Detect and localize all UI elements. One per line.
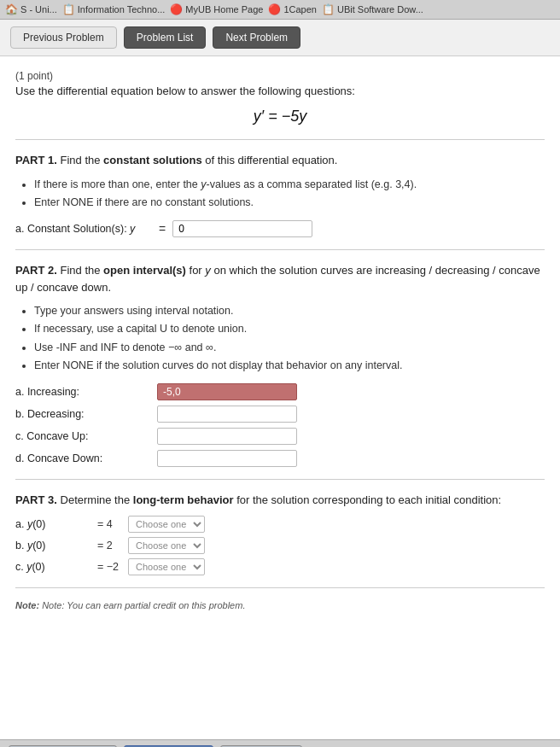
divider-4	[15, 587, 545, 588]
part1-bold: constant solutions	[103, 154, 202, 166]
part3-b-label: b. y(0)	[15, 540, 92, 551]
part3-a-select[interactable]: Choose one	[128, 516, 205, 533]
equation-display: y′ = −5y	[15, 108, 545, 125]
part3-bold: long-term behavior	[133, 493, 234, 506]
part2-concaveup-input[interactable]	[157, 428, 297, 445]
part2-concaveup-row: c. Concave Up:	[15, 428, 545, 445]
part2-bullets: Type your answers using interval notatio…	[15, 302, 545, 375]
equals-sign: =	[159, 222, 166, 236]
tab-info[interactable]: 📋 Information Techno...	[62, 3, 166, 15]
tab-uni[interactable]: 🏠 S - Uni...	[5, 3, 57, 15]
part2-increasing-row: a. Increasing:	[15, 383, 545, 400]
part3-a-label: a. y(0)	[15, 518, 92, 530]
part3-row-b: b. y(0) = 2 Choose one	[15, 537, 545, 554]
part2-concavedown-input[interactable]	[157, 450, 297, 467]
part3-title: PART 3. Determine the long-term behavior…	[15, 492, 545, 509]
uni-icon: 🏠	[5, 3, 18, 15]
part2-title: PART 2. Find the open interval(s) for y …	[15, 262, 545, 295]
part1-title: PART 1. Find the constant solutions of t…	[15, 152, 545, 169]
part1-answer-input[interactable]	[172, 220, 312, 237]
part2-concavedown-row: d. Concave Down:	[15, 450, 545, 467]
note-text: Note: Note: You can earn partial credit …	[15, 600, 545, 610]
next-problem-button[interactable]: Next Problem	[213, 26, 300, 49]
part2-decreasing-input[interactable]	[157, 406, 297, 423]
bullet-item: Enter NONE if there are no constant solu…	[34, 194, 545, 212]
nav-bar: Previous Problem Problem List Next Probl…	[0, 20, 560, 56]
part3-c-label: c. y(0)	[15, 561, 92, 573]
prev-problem-button[interactable]: Previous Problem	[10, 26, 117, 49]
part3-label: PART 3.	[15, 493, 57, 506]
ubit-icon: 📋	[322, 3, 335, 15]
points-label: (1 point)	[15, 70, 545, 82]
part3-b-select[interactable]: Choose one	[128, 537, 205, 554]
bullet-item: If necessary, use a capital U to denote …	[34, 320, 545, 338]
part1-answer-row: a. Constant Solution(s): y =	[15, 220, 545, 237]
tab-1capen[interactable]: 🔴 1Capen	[268, 3, 317, 15]
divider-1	[15, 139, 545, 140]
intro-text: Use the differential equation below to a…	[15, 84, 545, 99]
part2-concaveup-label: c. Concave Up:	[15, 430, 152, 442]
part1-answer-label: a. Constant Solution(s): y	[15, 223, 152, 235]
divider-3	[15, 479, 545, 480]
part3-b-value: = 2	[97, 540, 123, 551]
part2-decreasing-row: b. Decreasing:	[15, 406, 545, 423]
tab-myub[interactable]: 🔴 MyUB Home Page	[170, 3, 263, 15]
part1-section: PART 1. Find the constant solutions of t…	[15, 152, 545, 237]
tab-ubit[interactable]: 📋 UBit Software Dow...	[322, 3, 423, 15]
part2-section: PART 2. Find the open interval(s) for y …	[15, 262, 545, 467]
part2-label: PART 2.	[15, 264, 57, 277]
part3-c-value: = −2	[97, 561, 123, 573]
part3-row-a: a. y(0) = 4 Choose one	[15, 516, 545, 533]
part3-c-select[interactable]: Choose one	[128, 558, 205, 575]
myub-icon: 🔴	[170, 3, 183, 15]
part1-label: PART 1.	[15, 154, 57, 166]
part3-row-c: c. y(0) = −2 Choose one	[15, 558, 545, 575]
part2-bold: open interval(s)	[103, 264, 186, 277]
part2-increasing-input[interactable]	[157, 383, 297, 400]
browser-tab-bar: 🏠 S - Uni... 📋 Information Techno... 🔴 M…	[0, 0, 560, 20]
part2-concavedown-label: d. Concave Down:	[15, 452, 152, 464]
part2-decreasing-label: b. Decreasing:	[15, 408, 152, 420]
info-icon: 📋	[62, 3, 75, 15]
part2-increasing-label: a. Increasing:	[15, 386, 152, 398]
part1-bullets: If there is more than one, enter the y-v…	[15, 176, 545, 213]
divider-2	[15, 249, 545, 250]
part3-section: PART 3. Determine the long-term behavior…	[15, 492, 545, 575]
bullet-item: If there is more than one, enter the y-v…	[34, 176, 545, 194]
problem-list-button[interactable]: Problem List	[124, 26, 207, 49]
bullet-item: Use -INF and INF to denote −∞ and ∞.	[34, 339, 545, 357]
bottom-bar: Preview My Answers Submit Answers Use Th…	[0, 739, 560, 747]
bullet-item: Enter NONE if the solution curves do not…	[34, 357, 545, 375]
main-content: (1 point) Use the differential equation …	[0, 56, 560, 739]
bullet-item: Type your answers using interval notatio…	[34, 302, 545, 320]
part3-a-value: = 4	[97, 518, 123, 530]
capen-icon: 🔴	[268, 3, 281, 15]
